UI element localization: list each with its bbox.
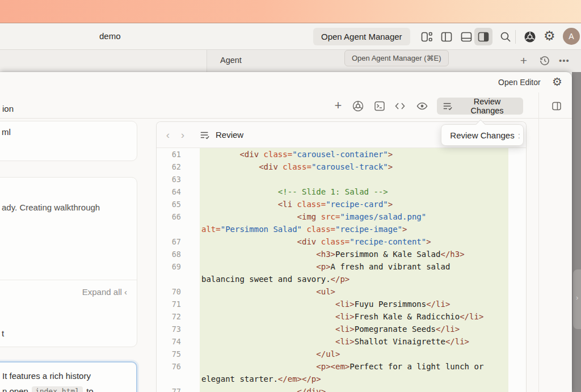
code-text: <li>Shallot Vinaigrette</li> [200,335,508,348]
avatar[interactable]: A [563,28,580,45]
code-text [200,173,508,186]
line-number[interactable]: 63 [157,173,200,186]
thread-card-status[interactable]: ady. Creating walkthrough Expand all ‹ t [0,177,137,347]
code-text: <div class="carousel-container"> [200,148,508,161]
text-fragment: t [2,328,4,338]
code-line[interactable]: 70 <ul> [157,285,526,298]
review-changes-button-label: Review Changes [457,97,517,115]
settings-gear-icon[interactable]: ⚙ [544,29,556,42]
history-icon[interactable] [539,55,550,66]
message-line: It features a rich history [2,371,91,381]
line-number[interactable]: 77 [157,385,200,392]
toolbar-divider-line [0,118,572,119]
code-rows: 61 <div class="carousel-container">62 <d… [157,148,526,392]
prev-change-icon[interactable]: ‹ [162,129,174,141]
line-number[interactable]: 65 [157,198,200,210]
search-icon[interactable] [499,31,512,43]
code-line[interactable]: 63 [157,173,526,186]
list-check-icon [443,101,453,111]
tooltip-open-agent-manager: Open Agent Manager (⌘E) [344,50,449,66]
code-line[interactable]: 65 <li class="recipe-card"> [157,198,526,210]
code-text: <p>A fresh and vibrant salad [200,260,508,273]
code-line[interactable]: 77 </div> [157,385,526,392]
toolbar-divider [515,30,516,44]
code-line[interactable]: alt="Persimmon Salad" class="recipe-imag… [157,223,526,235]
code-text: <li>Fresh Kale & Radicchio</li> [200,310,508,323]
code-line[interactable]: 69 <p>A fresh and vibrant salad [157,260,526,273]
code-line[interactable]: elegant starter.</em></p> [157,373,526,385]
tab-agent[interactable]: Agent [220,56,242,65]
line-number[interactable]: 70 [157,285,200,298]
line-number[interactable]: 71 [157,298,200,310]
code-text: <ul> [200,285,508,298]
line-number[interactable]: 64 [157,186,200,198]
message-card-focused[interactable]: It features a rich history n open index.… [0,361,137,392]
code-line[interactable]: 67 <div class="recipe-content"> [157,235,526,248]
review-changes-button[interactable]: Review Changes [437,98,523,115]
code-icon[interactable] [394,100,406,112]
line-number[interactable]: 74 [157,335,200,348]
line-number[interactable] [157,223,200,235]
line-number[interactable]: 73 [157,323,200,335]
browser-icon[interactable] [524,31,536,43]
line-number[interactable]: 67 [157,235,200,248]
line-number[interactable] [157,273,200,285]
code-text: <img src="images/salad.png" [200,210,508,223]
code-line[interactable]: 62 <div class="carousel-track"> [157,161,526,173]
line-number[interactable]: 62 [157,161,200,173]
window-title: demo [99,31,121,41]
right-dock-icon[interactable] [477,31,490,43]
code-line[interactable]: 64 <!-- Slide 1: Salad --> [157,186,526,198]
add-context-plus-icon[interactable]: + [332,100,344,112]
code-line[interactable]: 75 </ul> [157,348,526,360]
left-dock-icon[interactable] [440,31,453,43]
message-line: n open index.html to [2,386,94,392]
dimmed-background-strip: › [572,72,581,392]
code-text: balancing sweet and savory.</p> [200,273,508,285]
code-line[interactable]: 73 <li>Pomegranate Seeds</li> [157,323,526,335]
file-chip-index-html[interactable]: index.html [32,386,83,392]
open-agent-manager-button[interactable]: Open Agent Manager [313,28,410,45]
line-number[interactable]: 76 [157,360,200,373]
right-panel-icon[interactable] [551,100,562,112]
code-line[interactable]: 61 <div class="carousel-container"> [157,148,526,161]
code-line[interactable]: 71 <li>Fuyu Persimmons</li> [157,298,526,310]
web-browser-icon[interactable] [352,100,364,112]
line-number[interactable] [157,373,200,385]
bottom-dock-icon[interactable] [460,31,473,43]
code-line[interactable]: 74 <li>Shallot Vinaigrette</li> [157,335,526,348]
expand-all-link[interactable]: Expand all ‹ [82,287,127,297]
thread-card-file[interactable]: ml [0,121,137,161]
line-number[interactable]: 75 [157,348,200,360]
terminal-icon[interactable] [373,100,386,112]
code-line[interactable]: 66 <img src="images/salad.png" [157,210,526,223]
review-changes-popover[interactable]: Review Changes : [441,124,524,146]
dimmed-background-element: › [573,269,581,329]
line-number[interactable]: 69 [157,260,200,273]
right-column-divider [538,92,539,392]
code-line[interactable]: 76 <p><em>Perfect for a light lunch or [157,360,526,373]
eye-icon[interactable] [416,100,428,112]
code-line[interactable]: 68 <h3>Persimmon & Kale Salad</h3> [157,248,526,260]
next-change-icon[interactable]: › [177,129,188,141]
expand-chevron-icon: ‹ [124,287,127,297]
diff-code-area[interactable]: 61 <div class="carousel-container">62 <d… [157,148,526,392]
line-number[interactable]: 66 [157,210,200,223]
line-number[interactable]: 72 [157,310,200,323]
more-options-icon[interactable]: ••• [559,55,570,66]
code-text: alt="Persimmon Salad" class="recipe-imag… [200,223,508,235]
code-text: <li class="recipe-card"> [200,198,508,210]
thread-title-fragment: ion [2,104,14,113]
code-text: </ul> [200,348,508,360]
line-number[interactable]: 61 [157,148,200,161]
component-panels-icon[interactable] [420,31,433,43]
review-list-icon [200,130,210,140]
code-text: <li>Fuyu Persimmons</li> [200,298,508,310]
new-thread-plus-icon[interactable]: + [518,55,529,66]
open-editor-link[interactable]: Open Editor [498,78,541,87]
code-line[interactable]: balancing sweet and savory.</p> [157,273,526,285]
line-number[interactable]: 68 [157,248,200,260]
code-line[interactable]: 72 <li>Fresh Kale & Radicchio</li> [157,310,526,323]
code-text: <h3>Persimmon & Kale Salad</h3> [200,248,508,260]
panel-settings-gear-icon[interactable]: ⚙ [552,75,562,88]
